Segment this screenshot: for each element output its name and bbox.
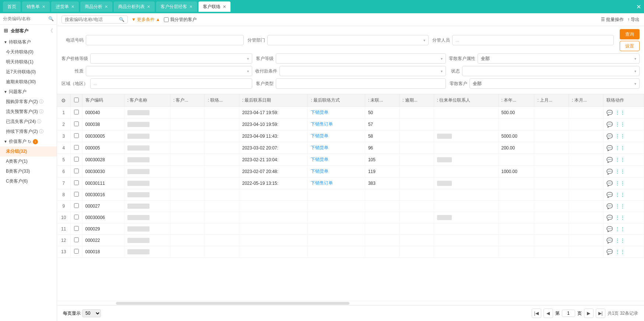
more-icon[interactable]: ⋮⋮ (615, 192, 625, 198)
table-settings-icon[interactable]: ⚙ (61, 98, 66, 103)
tab-product-analysis-close[interactable]: ✕ (105, 4, 108, 9)
last-way-link[interactable]: 下销货单 (311, 157, 328, 162)
row-checkbox[interactable] (74, 249, 79, 254)
tab-purchase[interactable]: 进货单 ✕ (51, 1, 79, 12)
more-icon[interactable]: ⋮⋮ (615, 203, 625, 209)
page-first-button[interactable]: |◀ (532, 308, 541, 318)
sidebar-item-declining[interactable]: 持续下滑客户(2) ⓘ (0, 127, 57, 137)
customer-tier-select[interactable]: ▾ (276, 53, 446, 64)
sidebar-item-churned[interactable]: 已流失客户(24) ⓘ (0, 117, 57, 127)
contact-icon[interactable]: 💬 (606, 180, 613, 186)
contact-icon[interactable]: 💬 (606, 249, 613, 255)
row-checkbox[interactable] (74, 180, 79, 185)
last-way-link[interactable]: 下销售订单 (311, 121, 333, 127)
sidebar-pending-contact-group[interactable]: ▼ 待联络客户 (0, 37, 57, 47)
payment-select[interactable]: ▾ (279, 66, 446, 76)
contact-icon[interactable]: 💬 (606, 133, 613, 139)
more-icon[interactable]: ⋮⋮ (615, 110, 625, 116)
contact-icon[interactable]: 💬 (606, 145, 613, 151)
more-icon[interactable]: ⋮⋮ (615, 145, 625, 151)
filter-search-input[interactable] (65, 17, 117, 22)
check-all-checkbox[interactable] (74, 98, 79, 102)
customer-type-select[interactable] (276, 78, 446, 89)
last-way-link[interactable]: 下销货单 (311, 133, 328, 138)
row-checkbox[interactable] (74, 110, 79, 114)
sidebar-all-customers-header[interactable]: ⊞ 全部客户 《 (0, 25, 57, 37)
tab-purchase-close[interactable]: ✕ (71, 4, 74, 9)
tab-sales[interactable]: 销售单 ✕ (22, 1, 50, 12)
batch-ops-button[interactable]: ☰ 批量操作 (601, 17, 624, 23)
tab-sales-close[interactable]: ✕ (42, 4, 45, 9)
more-icon[interactable]: ⋮⋮ (615, 249, 625, 255)
status-select[interactable]: ▾ (462, 66, 640, 76)
sidebar-item-unclassified[interactable]: 未分组(32) (0, 147, 57, 156)
region-input[interactable]: ... (90, 78, 252, 89)
sidebar-collapse-button[interactable]: 《 (48, 28, 53, 34)
tab-customer-tier[interactable]: 客户分层经客 ✕ (156, 1, 197, 12)
sidebar-item-hoarding-abnormal[interactable]: 囤购异常客户(2) ⓘ (0, 97, 57, 107)
sidebar-search-input[interactable] (3, 16, 47, 21)
contact-icon[interactable]: 💬 (606, 226, 613, 232)
reset-button[interactable]: 设置 (620, 41, 640, 51)
more-icon[interactable]: ⋮⋮ (615, 237, 625, 243)
sidebar-item-class-b[interactable]: B类客户(33) (0, 166, 57, 176)
contact-icon[interactable]: 💬 (606, 192, 613, 198)
more-icon[interactable]: ⋮⋮ (615, 133, 625, 139)
tab-customer-tier-close[interactable]: ✕ (189, 4, 193, 9)
page-last-button[interactable]: ▶| (596, 308, 605, 318)
more-icon[interactable]: ⋮⋮ (615, 169, 625, 174)
contact-icon[interactable]: 💬 (606, 237, 613, 243)
row-checkbox[interactable] (74, 133, 79, 138)
filter-search-icon[interactable]: 🔍 (119, 17, 124, 22)
contact-icon[interactable]: 💬 (606, 110, 613, 116)
tab-product-list-close[interactable]: ✕ (147, 4, 150, 9)
phone-input[interactable] (86, 35, 244, 45)
contact-icon[interactable]: 💬 (606, 169, 613, 174)
horizontal-scrollbar[interactable] (57, 301, 644, 305)
more-icon[interactable]: ⋮⋮ (615, 157, 625, 163)
more-icon[interactable]: ⋮⋮ (615, 180, 625, 186)
sidebar-item-tomorrow-pending[interactable]: 明天待联络(1) (0, 57, 57, 67)
sidebar-item-churn-warning[interactable]: 流失预警客户(3) ⓘ (0, 107, 57, 117)
last-way-link[interactable]: 下销货单 (311, 145, 328, 150)
tab-home[interactable]: 首页 (3, 1, 21, 12)
refresh-icon[interactable]: ↻ (28, 139, 31, 144)
row-checkbox[interactable] (74, 226, 79, 231)
row-checkbox[interactable] (74, 121, 79, 126)
last-way-link[interactable]: 下销货单 (311, 169, 328, 174)
person-input[interactable]: ... (452, 35, 614, 45)
my-customers-checkbox[interactable] (164, 17, 169, 22)
tab-customer-contact-close[interactable]: ✕ (223, 4, 226, 9)
page-number-input[interactable] (562, 310, 575, 317)
row-checkbox[interactable] (74, 169, 79, 173)
sidebar-item-overdue-pending[interactable]: 逾期未联络(30) (0, 77, 57, 87)
more-icon[interactable]: ⋮⋮ (615, 121, 625, 127)
page-prev-button[interactable]: ◀ (543, 308, 553, 318)
row-checkbox[interactable] (74, 157, 79, 162)
sidebar-item-today-pending[interactable]: 今天待联络(0) (0, 47, 57, 57)
sidebar-problem-customers-group[interactable]: ▼ 问题客户 (0, 87, 57, 97)
sidebar-item-7days-pending[interactable]: 近7天待联络(0) (0, 67, 57, 77)
row-checkbox[interactable] (74, 203, 79, 208)
last-way-link[interactable]: 下销售订单 (311, 180, 333, 186)
sidebar-value-customers-group[interactable]: ▼ 价值客户 ↻ ! (0, 137, 57, 147)
more-icon[interactable]: ⋮⋮ (615, 226, 625, 232)
row-checkbox[interactable] (74, 237, 79, 242)
row-checkbox[interactable] (74, 192, 79, 197)
window-close-button[interactable]: ✕ (636, 3, 641, 10)
row-checkbox[interactable] (74, 215, 79, 219)
more-conditions-button[interactable]: ▼ 更多条件 ▲ (131, 17, 160, 23)
tab-customer-contact[interactable]: 客户联络 ✕ (198, 1, 230, 12)
retail-customer-select[interactable]: 全部▾ (469, 78, 640, 89)
price-tier-select[interactable]: ▾ (90, 53, 252, 64)
sidebar-search-icon[interactable]: 🔍 (48, 16, 54, 21)
tab-product-list[interactable]: 商品分析列表 ✕ (114, 1, 155, 12)
sidebar-item-class-c[interactable]: C类客户(6) (0, 176, 57, 186)
nature-select[interactable]: ▾ (86, 66, 252, 76)
contact-icon[interactable]: 💬 (606, 157, 613, 163)
last-way-link[interactable]: 下销货单 (311, 110, 328, 115)
more-icon[interactable]: ⋮⋮ (615, 215, 625, 221)
page-next-button[interactable]: ▶ (584, 308, 594, 318)
sidebar-item-class-a[interactable]: A类客户(1) (0, 156, 57, 166)
export-button[interactable]: ↑ 导出 (627, 17, 640, 23)
